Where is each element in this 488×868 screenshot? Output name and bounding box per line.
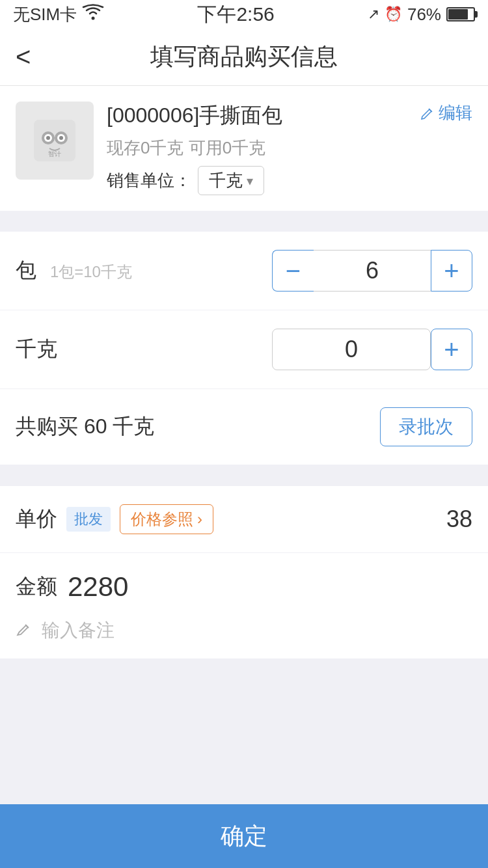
kg-controls: 0 +	[272, 329, 472, 370]
note-row[interactable]: 输入备注	[16, 613, 472, 648]
confirm-button[interactable]: 确定	[0, 804, 488, 868]
amount-section: 金额 2280 输入备注	[0, 553, 488, 658]
product-image: 智计	[16, 102, 94, 180]
product-card: 智计 [0000006]手撕面包 编辑 现存0千克 可用0千克 销售单位：	[0, 86, 488, 211]
price-label: 单价	[16, 505, 57, 534]
product-details: [0000006]手撕面包 编辑 现存0千克 可用0千克 销售单位： 千克 ▾	[107, 102, 472, 195]
price-reference-button[interactable]: 价格参照 ›	[120, 504, 213, 534]
nav-bar: < 填写商品购买信息	[0, 29, 488, 86]
amount-label: 金额	[16, 573, 57, 601]
status-right: ↗ ⏰ 76%	[368, 5, 475, 25]
chevron-down-icon: ▾	[247, 173, 253, 189]
status-bar: 无SIM卡 下午2:56 ↗ ⏰ 76%	[0, 0, 488, 29]
product-name: [0000006]手撕面包	[107, 102, 282, 130]
bao-hint: 1包=10千克	[50, 263, 132, 280]
chevron-right-icon: ›	[197, 510, 202, 528]
time-display: 下午2:56	[197, 1, 274, 28]
product-unit: 销售单位： 千克 ▾	[107, 166, 472, 195]
price-row: 单价 批发 价格参照 › 38	[0, 486, 488, 553]
pencil-icon	[16, 619, 34, 642]
summary-row: 共购买 60 千克 录批次	[0, 389, 488, 465]
price-left: 单价 批发 价格参照 ›	[16, 504, 213, 534]
section-separator-1	[0, 221, 488, 232]
svg-point-7	[59, 136, 63, 140]
bao-quantity-row: 包 1包=10千克 − 6 +	[0, 232, 488, 310]
bao-controls: − 6 +	[272, 250, 472, 292]
back-button[interactable]: <	[16, 42, 31, 72]
note-placeholder: 输入备注	[42, 618, 115, 643]
product-stock: 现存0千克 可用0千克	[107, 137, 472, 159]
bao-input[interactable]: 6	[314, 250, 431, 292]
svg-point-6	[46, 136, 50, 140]
unit-dropdown[interactable]: 千克 ▾	[198, 166, 264, 195]
bao-label: 包 1包=10千克	[16, 256, 272, 285]
kg-quantity-row: 千克 0 +	[0, 310, 488, 389]
carrier-text: 无SIM卡	[13, 3, 77, 26]
page-title: 填写商品购买信息	[150, 41, 338, 73]
price-section: 单价 批发 价格参照 › 38	[0, 486, 488, 553]
amount-row: 金额 2280	[16, 571, 472, 603]
quantity-section: 包 1包=10千克 − 6 + 千克 0 +	[0, 232, 488, 389]
alarm-icon: ⏰	[385, 6, 402, 23]
bao-decrement-button[interactable]: −	[272, 250, 314, 292]
amount-value: 2280	[68, 571, 128, 603]
product-logo: 智计	[34, 120, 75, 161]
status-left: 无SIM卡	[13, 3, 104, 26]
edit-button[interactable]: 编辑	[420, 102, 472, 124]
kg-input[interactable]: 0	[272, 329, 431, 370]
svg-point-0	[92, 16, 95, 20]
bao-increment-button[interactable]: +	[431, 250, 472, 292]
section-separator-2	[0, 465, 488, 476]
wifi-icon	[82, 4, 104, 25]
edit-icon	[420, 106, 435, 120]
battery-icon	[446, 7, 475, 21]
location-icon: ↗	[368, 6, 379, 23]
battery-percentage: 76%	[407, 5, 441, 25]
svg-text:智计: 智计	[48, 150, 61, 157]
kg-increment-button[interactable]: +	[431, 329, 472, 370]
price-tag: 批发	[66, 507, 111, 532]
kg-label: 千克	[16, 335, 272, 364]
batch-button[interactable]: 录批次	[380, 407, 472, 446]
summary-text: 共购买 60 千克	[16, 413, 154, 441]
price-value: 38	[446, 506, 472, 533]
